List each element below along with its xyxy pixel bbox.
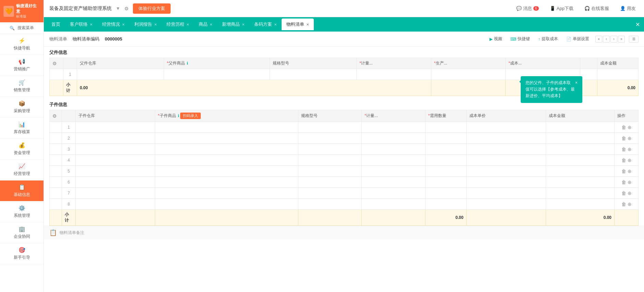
last-page-button[interactable]: » [618,36,625,43]
tab-home[interactable]: 首页 [47,19,65,30]
child-row-unit-cost[interactable] [466,122,546,133]
tab-bom-close[interactable]: ✕ [306,23,309,26]
sidebar-item-basic-info[interactable]: 📋 基础信息 [0,180,44,201]
sidebar-item-quick-nav[interactable]: ⚡ 快捷导航 [0,34,44,55]
sidebar-item-search[interactable]: 🔍 搜索菜单 [0,22,44,34]
child-row-warehouse[interactable] [76,155,155,166]
first-page-button[interactable]: « [595,36,602,43]
child-row-product[interactable] [155,166,298,177]
child-row-qty[interactable] [425,122,466,133]
copy-icon[interactable]: ⊕ [628,136,632,141]
prev-page-button[interactable]: ‹ [603,36,610,43]
delete-icon[interactable]: 🗑 [621,147,626,152]
child-row-warehouse[interactable] [76,188,155,199]
menu-button[interactable]: ☰ [629,36,639,43]
delete-icon[interactable]: 🗑 [621,125,626,130]
child-row-unit-cost[interactable] [466,199,546,210]
tab-profit-report[interactable]: 利润报告 ✕ [129,19,162,30]
sidebar-item-sales[interactable]: 🛒 销售管理 [0,76,44,97]
child-row-warehouse[interactable] [76,133,155,144]
tooltip-close-button[interactable]: × [575,80,578,86]
scan-input-button[interactable]: 扫码录入 [180,113,201,119]
shortcut-button[interactable]: ⌨ 快捷键 [508,35,532,43]
child-row-unit-cost[interactable] [466,188,546,199]
child-row-warehouse[interactable] [76,122,155,133]
copy-icon[interactable]: ⊕ [628,125,632,130]
child-row-warehouse[interactable] [76,166,155,177]
tab-operations-status[interactable]: 经营情况 ✕ [97,19,129,30]
child-row-unit-cost[interactable] [466,144,546,155]
child-row-spec[interactable] [298,188,362,199]
breadcrumb-bom[interactable]: 物料清单 [49,36,67,42]
tab-new-product[interactable]: 新增商品 ✕ [217,19,249,30]
delete-icon[interactable]: 🗑 [621,179,626,185]
view-video-button[interactable]: ▶ 视频 [487,35,504,43]
user-button[interactable]: 👤 用友 [617,4,639,13]
copy-icon[interactable]: ⊕ [628,157,632,163]
child-row-qty[interactable] [425,199,466,210]
message-button[interactable]: 💬 消息 6 [513,4,542,13]
parent-row-1-warehouse[interactable] [77,69,164,80]
dropdown-icon[interactable]: ▼ [116,6,120,11]
delete-icon[interactable]: 🗑 [621,201,626,207]
sidebar-item-marketing[interactable]: 📢 营销推广 [0,55,44,76]
child-row-qty[interactable] [425,177,466,188]
app-download-button[interactable]: 📱 App下载 [547,4,576,13]
child-row-warehouse[interactable] [76,177,155,188]
child-row-unit-cost[interactable] [466,155,546,166]
single-settings-button[interactable]: 📄 单据设置 [564,35,591,43]
extract-cost-button[interactable]: ↑ 提取成本 [536,35,560,43]
child-row-spec[interactable] [298,177,362,188]
child-row-spec[interactable] [298,166,362,177]
sidebar-item-finance[interactable]: 💰 资金管理 [0,139,44,160]
child-settings-gear[interactable]: ⚙ [52,113,57,119]
child-row-unit[interactable] [362,188,425,199]
copy-icon[interactable]: ⊕ [628,201,632,207]
child-row-unit[interactable] [362,144,425,155]
tab-products[interactable]: 商品 ✕ [194,19,217,30]
tab-products-close[interactable]: ✕ [210,23,212,26]
tab-customer-close[interactable]: ✕ [90,23,92,26]
delete-icon[interactable]: 🗑 [621,157,626,163]
sidebar-item-system[interactable]: ⚙️ 系统管理 [0,201,44,222]
tab-barcode-close[interactable]: ✕ [274,23,277,26]
sidebar-item-purchase[interactable]: 📦 采购管理 [0,97,44,118]
parent-settings-gear[interactable]: ⚙ [52,61,57,66]
copy-icon[interactable]: ⊕ [628,190,632,196]
sidebar-item-operations[interactable]: 📈 经营管理 [0,160,44,180]
child-row-warehouse[interactable] [76,144,155,155]
tab-history-close[interactable]: ✕ [186,23,189,26]
tab-ops-close[interactable]: ✕ [122,23,125,26]
child-row-unit[interactable] [362,122,425,133]
child-row-unit[interactable] [362,166,425,177]
child-row-product[interactable] [155,188,298,199]
tab-barcode[interactable]: 条码方案 ✕ [249,19,282,30]
sidebar-item-enterprise[interactable]: 🏢 企业协同 [0,222,44,243]
child-row-qty[interactable] [425,155,466,166]
child-row-spec[interactable] [298,199,362,210]
child-row-qty[interactable] [425,133,466,144]
child-row-product[interactable] [155,155,298,166]
child-row-unit[interactable] [362,155,425,166]
child-row-product[interactable] [155,133,298,144]
copy-icon[interactable]: ⊕ [628,168,632,174]
child-row-unit-cost[interactable] [466,177,546,188]
online-service-button[interactable]: 🎧 在线客服 [582,4,612,13]
child-row-unit-cost[interactable] [466,133,546,144]
child-row-spec[interactable] [298,122,362,133]
child-row-qty[interactable] [425,188,466,199]
tab-new-product-close[interactable]: ✕ [242,23,245,26]
copy-icon[interactable]: ⊕ [628,179,632,185]
sidebar-item-inventory[interactable]: 📊 库存核算 [0,118,44,139]
child-row-spec[interactable] [298,133,362,144]
copy-icon[interactable]: ⊕ [628,147,632,152]
close-all-tabs-button[interactable]: ✕ [634,20,641,29]
parent-row-1-spec[interactable] [270,69,357,80]
parent-row-1-production[interactable] [431,69,506,80]
tab-bom[interactable]: 物料清单 ✕ [282,19,314,30]
child-row-spec[interactable] [298,155,362,166]
child-row-warehouse[interactable] [76,199,155,210]
child-row-unit[interactable] [362,133,425,144]
child-row-product[interactable] [155,177,298,188]
experience-button[interactable]: 体验行业方案 [133,3,171,14]
